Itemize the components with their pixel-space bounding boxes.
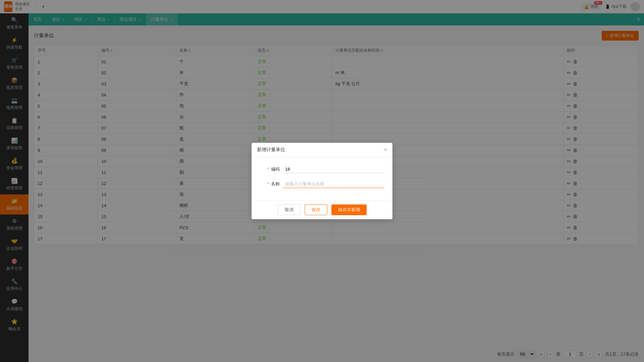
code-label: * 编码 — [260, 166, 280, 172]
code-input[interactable] — [283, 165, 384, 173]
form-row-code: * 编码 — [260, 165, 384, 173]
form-row-name: * 名称 — [260, 180, 384, 188]
cancel-button[interactable]: 取消 — [278, 204, 301, 215]
add-unit-modal: 新增计量单位 × * 编码 * 名称 取消 保存 保存并新增 — [252, 143, 392, 219]
required-mark-name: * — [267, 181, 269, 186]
modal-footer: 取消 保存 保存并新增 — [252, 200, 392, 219]
modal-close-btn[interactable]: × — [384, 147, 387, 153]
modal-title: 新增计量单位 — [257, 147, 285, 153]
save-and-new-button[interactable]: 保存并新增 — [331, 204, 367, 215]
modal-overlay[interactable]: 新增计量单位 × * 编码 * 名称 取消 保存 保存并新增 — [0, 0, 644, 362]
name-input[interactable] — [283, 180, 384, 188]
name-label: * 名称 — [260, 181, 280, 187]
required-mark-code: * — [267, 167, 269, 172]
save-button[interactable]: 保存 — [305, 204, 327, 215]
modal-header: 新增计量单位 × — [252, 143, 392, 157]
modal-body: * 编码 * 名称 — [252, 157, 392, 200]
